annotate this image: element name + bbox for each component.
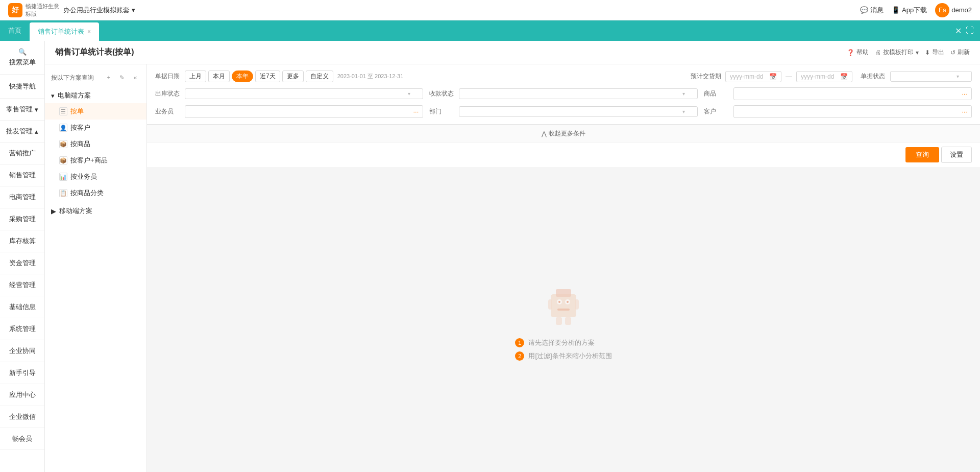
collapse-icon: ⋀ <box>542 130 547 137</box>
sidebar-section-quicknav: 快捷导航 <box>0 75 44 99</box>
sidebar-item-member[interactable]: 畅会员 <box>0 428 44 450</box>
department-select[interactable]: ▾ <box>459 106 697 117</box>
page-actions: ❓ 帮助 🖨 按模板打印 ▾ ⬇ 导出 ↺ 刷新 <box>847 48 970 57</box>
expected-date-group: 预计交货期 yyyy-mm-dd 📅 — yyyy-mm-dd 📅 <box>691 71 852 82</box>
product-input[interactable]: ··· <box>733 87 972 100</box>
chevron-down-icon: ▾ <box>682 91 685 97</box>
sidebar-item-sales[interactable]: 销售管理 <box>0 164 44 186</box>
scheme-panel: 按以下方案查询 + ✎ « ▾ 电脑端方案 ☰ 按单 <box>45 64 147 472</box>
app-download-btn[interactable]: 📱 App下载 <box>892 6 927 15</box>
salesperson-group: 业务员 ··· <box>155 105 423 118</box>
tab-sales-order-stats[interactable]: 销售订单统计表 × <box>30 22 99 41</box>
scheme-group-mobile-header[interactable]: ▶ 移动端方案 <box>45 203 146 219</box>
scheme-group-pc-header[interactable]: ▾ 电脑端方案 <box>45 88 146 103</box>
customer-product-scheme-icon: 📦 <box>59 156 67 164</box>
tab-close-window-btn[interactable]: ✕ <box>955 26 962 36</box>
export-btn[interactable]: ⬇ 导出 <box>925 48 944 57</box>
empty-illustration <box>538 279 589 330</box>
empty-tip-2: 2 用[过滤]条件来缩小分析范围 <box>515 351 611 361</box>
date-btn-this-month[interactable]: 本月 <box>208 70 230 82</box>
print-btn[interactable]: 🖨 按模板打印 ▾ <box>875 48 919 57</box>
help-icon: ❓ <box>847 49 854 56</box>
add-scheme-btn[interactable]: + <box>104 73 114 83</box>
search-icon: 🔍 <box>18 48 27 56</box>
help-btn[interactable]: ❓ 帮助 <box>847 48 869 57</box>
chevron-right-icon: ▶ <box>51 207 56 215</box>
sidebar-item-appcenter[interactable]: 应用中心 <box>0 384 44 406</box>
svg-rect-9 <box>556 317 562 325</box>
sidebar-section-corpwechat: 企业微信 <box>0 406 44 428</box>
sidebar-item-purchase[interactable]: 采购管理 <box>0 208 44 230</box>
collapse-bar[interactable]: ⋀ 收起更多条件 <box>147 125 980 142</box>
sidebar-item-retail[interactable]: 零售管理 ▾ <box>0 99 44 120</box>
top-bar-left: 好 畅捷通好生意 标版 办公用品行业模拟账套 ▾ <box>8 3 135 17</box>
sidebar-item-finance[interactable]: 资金管理 <box>0 252 44 274</box>
tab-home[interactable]: 首页 <box>0 20 30 41</box>
sidebar-item-inventory[interactable]: 库存核算 <box>0 230 44 252</box>
sidebar-item-newguide[interactable]: 新手引导 <box>0 362 44 384</box>
refresh-btn[interactable]: ↺ 刷新 <box>950 48 970 57</box>
delivery-status-select[interactable]: ▾ <box>185 88 423 99</box>
sidebar-item-ecommerce[interactable]: 电商管理 <box>0 186 44 208</box>
query-button[interactable]: 查询 <box>905 147 939 162</box>
logo-area: 好 畅捷通好生意 标版 <box>8 3 59 17</box>
company-dropdown[interactable]: 办公用品行业模拟账套 ▾ <box>63 6 135 15</box>
date-btn-custom[interactable]: 自定义 <box>306 70 333 82</box>
tab-close-btn[interactable]: × <box>87 28 91 35</box>
date-btn-this-year[interactable]: 本年 <box>232 70 253 82</box>
sidebar-item-marketing[interactable]: 营销推广 <box>0 143 44 164</box>
settings-button[interactable]: 设置 <box>941 147 972 163</box>
salesperson-input[interactable]: ··· <box>185 105 423 118</box>
scheme-item-by-customer[interactable]: 👤 按客户 <box>45 120 146 136</box>
more-icon: ··· <box>962 108 967 115</box>
scheme-item-by-product[interactable]: 📦 按商品 <box>45 136 146 152</box>
scheme-item-by-category[interactable]: 📋 按商品分类 <box>45 185 146 201</box>
sidebar-section-ecommerce: 电商管理 <box>0 186 44 208</box>
empty-state: 1 请先选择要分析的方案 2 用[过滤]条件来缩小分析范围 <box>515 279 611 361</box>
sidebar-section-inventory: 库存核算 <box>0 230 44 252</box>
svg-point-4 <box>558 301 560 303</box>
sidebar-item-corpwechat[interactable]: 企业微信 <box>0 406 44 428</box>
sidebar-item-operations[interactable]: 经营管理 <box>0 274 44 296</box>
sidebar-section-sales: 销售管理 <box>0 164 44 186</box>
sidebar-item-system[interactable]: 系统管理 <box>0 318 44 340</box>
content-area: 销售订单统计表(按单) ❓ 帮助 🖨 按模板打印 ▾ ⬇ 导出 ↺ 刷新 <box>45 41 980 472</box>
tab-maximize-btn[interactable]: ⛶ <box>966 26 974 35</box>
date-btn-last-7days[interactable]: 近7天 <box>255 70 280 82</box>
date-btn-last-month[interactable]: 上月 <box>185 70 206 82</box>
action-bar: 查询 设置 <box>147 142 980 167</box>
scheme-group-pc: ▾ 电脑端方案 ☰ 按单 👤 按客户 📦 按商品 <box>45 88 146 201</box>
avatar: Ea <box>935 3 949 17</box>
empty-tip-1: 1 请先选择要分析的方案 <box>515 338 611 347</box>
scheme-item-by-order[interactable]: ☰ 按单 <box>45 103 146 120</box>
logo-icon: 好 <box>8 3 22 17</box>
customer-input[interactable]: ··· <box>733 105 972 118</box>
scheme-item-by-salesperson[interactable]: 📊 按业务员 <box>45 169 146 185</box>
sidebar-item-search[interactable]: 🔍 搜索菜单 <box>0 41 44 74</box>
scheme-item-by-customer-product[interactable]: 📦 按客户+商品 <box>45 152 146 169</box>
sidebar: 🔍 搜索菜单 快捷导航 零售管理 ▾ 批发管理 ▴ 营销推广 <box>0 41 45 472</box>
svg-rect-8 <box>575 299 579 310</box>
refresh-icon: ↺ <box>950 49 955 56</box>
sidebar-item-quicknav[interactable]: 快捷导航 <box>0 75 44 98</box>
order-status-select[interactable]: ▾ <box>890 71 972 82</box>
chevron-down-icon: ▾ <box>35 106 38 113</box>
sidebar-item-enterprise[interactable]: 企业协同 <box>0 340 44 362</box>
message-icon: 💬 <box>860 6 868 14</box>
sidebar-item-wholesale[interactable]: 批发管理 ▴ <box>0 121 44 142</box>
sidebar-section-wholesale: 批发管理 ▴ <box>0 121 44 143</box>
user-menu[interactable]: Ea demo2 <box>935 3 972 17</box>
salesperson-scheme-icon: 📊 <box>59 173 67 181</box>
collapse-scheme-btn[interactable]: « <box>130 73 140 83</box>
expected-date-from[interactable]: yyyy-mm-dd 📅 <box>725 71 781 82</box>
message-btn[interactable]: 💬 消息 <box>860 6 884 15</box>
expected-date-to[interactable]: yyyy-mm-dd 📅 <box>796 71 852 82</box>
filter-data-panel: 单据日期 上月 本月 本年 近7天 更多 自定义 2023-01-01 至 20… <box>147 64 980 472</box>
scheme-panel-header: 按以下方案查询 + ✎ « <box>45 69 146 86</box>
date-btn-more[interactable]: 更多 <box>282 70 304 82</box>
scheme-panel-icons: + ✎ « <box>104 73 140 83</box>
top-bar-right: 💬 消息 📱 App下载 Ea demo2 <box>860 3 972 17</box>
edit-scheme-btn[interactable]: ✎ <box>117 73 127 83</box>
sidebar-item-basics[interactable]: 基础信息 <box>0 296 44 318</box>
payment-status-select[interactable]: ▾ <box>459 88 697 99</box>
